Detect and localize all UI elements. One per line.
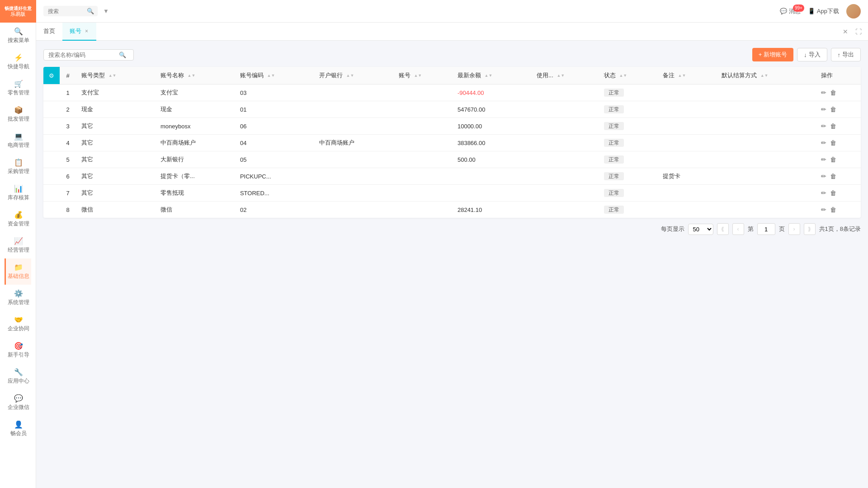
row-action-2: ✏ 🗑 bbox=[816, 118, 861, 135]
app-download-icon: 📱 bbox=[808, 8, 815, 14]
col-type[interactable]: 账号类型 ▲▼ bbox=[76, 67, 155, 84]
row-gear-3 bbox=[43, 135, 60, 151]
col-status[interactable]: 状态 ▲▼ bbox=[599, 67, 657, 84]
total-label: 共1页，8条记录 bbox=[819, 225, 861, 233]
row-status-4: 正常 bbox=[599, 151, 657, 168]
store-dropdown-icon[interactable]: ▼ bbox=[103, 8, 109, 14]
delete-btn-3[interactable]: 🗑 bbox=[830, 139, 836, 146]
col-account-no[interactable]: 账号 ▲▼ bbox=[393, 67, 452, 84]
col-code[interactable]: 账号编码 ▲▼ bbox=[235, 67, 314, 84]
col-name[interactable]: 账号名称 ▲▼ bbox=[155, 67, 235, 84]
delete-btn-1[interactable]: 🗑 bbox=[830, 106, 836, 113]
table-row: 1 支付宝 支付宝 03 -90444.00 正常 ✏ 🗑 bbox=[43, 84, 861, 101]
sidebar-item-label: 资金管理 bbox=[8, 221, 29, 227]
sidebar-item-appcenter[interactable]: 🔧应用中心 bbox=[5, 363, 31, 389]
sidebar-item-member[interactable]: 👤畅会员 bbox=[5, 416, 31, 442]
edit-btn-3[interactable]: ✏ bbox=[821, 139, 826, 146]
row-account-no-6 bbox=[393, 185, 452, 202]
col-use[interactable]: 使用... ▲▼ bbox=[531, 67, 599, 84]
col-remark[interactable]: 备注 ▲▼ bbox=[657, 67, 716, 84]
row-code-5: PICKUPC... bbox=[235, 168, 314, 185]
row-balance-6 bbox=[452, 185, 531, 202]
sidebar-item-finance[interactable]: 💰资金管理 bbox=[5, 206, 31, 232]
header-search-input[interactable] bbox=[48, 8, 84, 14]
row-default-settle-7 bbox=[716, 202, 816, 218]
row-num-2: 3 bbox=[60, 118, 76, 135]
header-search-box[interactable]: 🔍 bbox=[43, 6, 98, 16]
row-action-7: ✏ 🗑 bbox=[816, 202, 861, 218]
search-box[interactable]: 🔍 bbox=[43, 49, 134, 61]
tab-fullscreen-icon[interactable]: ⛶ bbox=[853, 28, 864, 35]
sidebar-item-label: 电商管理 bbox=[8, 142, 29, 148]
sidebar-item-purchase[interactable]: 📋采购管理 bbox=[5, 154, 31, 180]
col-bank[interactable]: 开户银行 ▲▼ bbox=[314, 67, 393, 84]
sidebar-item-system[interactable]: ⚙️系统管理 bbox=[5, 285, 31, 311]
edit-btn-5[interactable]: ✏ bbox=[821, 173, 826, 180]
app-download-button[interactable]: 📱 App下载 bbox=[808, 7, 839, 15]
row-code-4: 05 bbox=[235, 151, 314, 168]
last-page-button[interactable]: ⟫ bbox=[804, 223, 816, 235]
col-settings[interactable]: ⚙ bbox=[43, 67, 60, 84]
delete-btn-6[interactable]: 🗑 bbox=[830, 189, 836, 197]
row-gear-5 bbox=[43, 168, 60, 185]
import-button[interactable]: ↓ 导入 bbox=[797, 48, 827, 61]
sidebar-item-ecom[interactable]: 💻电商管理 bbox=[5, 127, 31, 154]
sidebar-item-inventory[interactable]: 📊库存核算 bbox=[5, 180, 31, 206]
tab-home[interactable]: 首页 bbox=[36, 23, 62, 41]
sidebar-item-operations[interactable]: 📈经营管理 bbox=[5, 232, 31, 258]
page-number-input[interactable] bbox=[757, 223, 775, 235]
edit-btn-0[interactable]: ✏ bbox=[821, 89, 826, 96]
delete-btn-4[interactable]: 🗑 bbox=[830, 156, 836, 163]
enterprise-icon: 🤝 bbox=[8, 315, 29, 324]
sidebar-item-wecom[interactable]: 💬企业微信 bbox=[5, 389, 31, 416]
row-balance-0: -90444.00 bbox=[452, 84, 531, 101]
sidebar-item-label: 库存核算 bbox=[8, 194, 29, 201]
toolbar-right: + 新增账号 ↓ 导入 ↑ 导出 bbox=[752, 48, 861, 61]
sidebar-item-search[interactable]: 🔍搜索菜单 bbox=[5, 23, 31, 49]
row-account-no-0 bbox=[393, 84, 452, 101]
edit-btn-7[interactable]: ✏ bbox=[821, 206, 826, 213]
sidebar-item-wholesale[interactable]: 📦批发管理 bbox=[5, 101, 31, 127]
row-default-settle-2 bbox=[716, 118, 816, 135]
retail-icon: 🛒 bbox=[8, 80, 29, 88]
tab-label-account: 账号 bbox=[70, 27, 81, 35]
search-input[interactable] bbox=[48, 52, 116, 58]
sidebar-item-retail[interactable]: 🛒零售管理 bbox=[5, 75, 31, 101]
add-account-button[interactable]: + 新增账号 bbox=[752, 48, 793, 61]
row-bank-6 bbox=[314, 185, 393, 202]
edit-btn-2[interactable]: ✏ bbox=[821, 122, 826, 130]
tab-close-account[interactable]: × bbox=[84, 28, 89, 34]
row-num-0: 1 bbox=[60, 84, 76, 101]
avatar[interactable] bbox=[846, 4, 861, 19]
sidebar-item-quicknav[interactable]: ⚡快捷导航 bbox=[5, 49, 31, 75]
sidebar-item-guide[interactable]: 🎯新手引导 bbox=[5, 337, 31, 363]
sidebar-item-enterprise[interactable]: 🤝企业协同 bbox=[5, 311, 31, 337]
row-action-4: ✏ 🗑 bbox=[816, 151, 861, 168]
prev-page-button[interactable]: ‹ bbox=[732, 223, 744, 235]
basic-icon: 📁 bbox=[8, 263, 29, 272]
first-page-button[interactable]: ⟪ bbox=[717, 223, 729, 235]
sidebar-item-label: 经营管理 bbox=[8, 247, 29, 253]
sidebar-item-basic[interactable]: 📁基础信息 bbox=[5, 258, 31, 285]
edit-btn-1[interactable]: ✏ bbox=[821, 106, 826, 113]
delete-btn-2[interactable]: 🗑 bbox=[830, 122, 836, 130]
export-button[interactable]: ↑ 导出 bbox=[831, 48, 861, 61]
col-action: 操作 bbox=[816, 67, 861, 84]
message-button[interactable]: 💬 消息 99+ bbox=[780, 7, 801, 15]
tab-account[interactable]: 账号× bbox=[62, 23, 96, 41]
col-default-settle[interactable]: 默认结算方式 ▲▼ bbox=[716, 67, 816, 84]
page-size-select[interactable]: 50 20 100 bbox=[688, 224, 713, 235]
edit-btn-4[interactable]: ✏ bbox=[821, 156, 826, 163]
edit-btn-6[interactable]: ✏ bbox=[821, 189, 826, 197]
logo-text: 畅捷通好生意 bbox=[5, 5, 32, 11]
row-num-4: 5 bbox=[60, 151, 76, 168]
col-balance[interactable]: 最新余额 ▲▼ bbox=[452, 67, 531, 84]
next-page-button[interactable]: › bbox=[788, 223, 800, 235]
tab-expand-icon[interactable]: ✕ bbox=[840, 28, 851, 35]
row-name-3: 中百商场账户 bbox=[155, 135, 235, 151]
delete-btn-7[interactable]: 🗑 bbox=[830, 206, 836, 213]
delete-btn-5[interactable]: 🗑 bbox=[830, 173, 836, 180]
row-name-1: 现金 bbox=[155, 101, 235, 118]
delete-btn-0[interactable]: 🗑 bbox=[830, 89, 836, 96]
member-icon: 👤 bbox=[8, 420, 29, 429]
